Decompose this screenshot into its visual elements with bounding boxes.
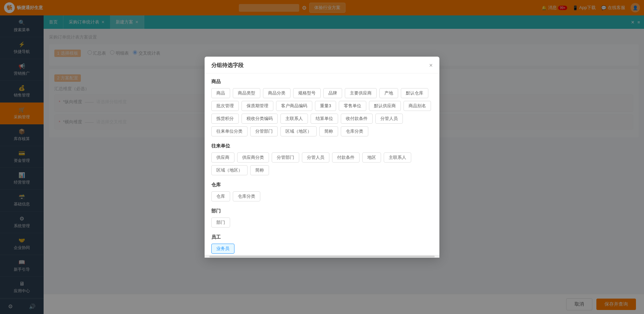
field-section-title-2: 仓库 [211, 182, 433, 188]
field-tags-3: 部门 [211, 217, 433, 228]
field-tags-2: 仓库仓库分类 [211, 191, 433, 201]
field-tag-0-2[interactable]: 商品分类 [263, 88, 290, 98]
field-section-2: 仓库仓库仓库分类 [211, 182, 433, 201]
field-tag-0-14[interactable]: 商品别名 [404, 101, 431, 111]
field-tags-1: 供应商供应商分类分管部门分管人员付款条件地区主联系人区域（地区）简称 [211, 152, 433, 175]
field-tag-0-5[interactable]: 主要供应商 [345, 88, 377, 98]
field-section-1: 往来单位供应商供应商分类分管部门分管人员付款条件地区主联系人区域（地区）简称 [211, 143, 433, 175]
field-section-title-1: 往来单位 [211, 143, 433, 149]
field-tag-0-0[interactable]: 商品 [211, 88, 230, 98]
field-tags-4: 业务员 [211, 244, 433, 254]
field-tag-0-16[interactable]: 税收分类编码 [241, 114, 278, 124]
field-tag-0-19[interactable]: 收付款条件 [341, 114, 373, 124]
field-tag-2-0[interactable]: 仓库 [211, 191, 230, 201]
field-tag-1-2[interactable]: 分管部门 [272, 152, 299, 163]
field-tag-0-21[interactable]: 往来单位分类 [211, 126, 248, 136]
field-tag-0-8[interactable]: 批次管理 [211, 101, 239, 111]
field-tag-0-22[interactable]: 分管部门 [250, 126, 278, 136]
field-tag-4-0[interactable]: 业务员 [211, 244, 234, 254]
field-tag-0-12[interactable]: 零售单位 [339, 101, 366, 111]
field-tag-0-6[interactable]: 产地 [379, 88, 398, 98]
field-tag-0-1[interactable]: 商品类型 [233, 88, 260, 98]
modal-body: 商品商品商品类型商品分类规格型号品牌主要供应商产地默认仓库批次管理保质期管理客户… [205, 73, 439, 255]
field-tag-1-7[interactable]: 区域（地区） [211, 165, 248, 175]
field-tag-1-4[interactable]: 付款条件 [332, 152, 360, 163]
field-tag-0-9[interactable]: 保质期管理 [241, 101, 273, 111]
modal-scrollbar [205, 255, 439, 258]
field-tag-0-25[interactable]: 仓库分类 [341, 126, 368, 136]
field-tag-1-1[interactable]: 供应商分类 [237, 152, 269, 163]
field-section-4: 员工业务员 [211, 234, 433, 254]
field-tag-3-0[interactable]: 部门 [211, 217, 230, 228]
field-section-title-4: 员工 [211, 234, 433, 240]
field-section-title-0: 商品 [211, 79, 433, 85]
field-tag-0-17[interactable]: 主联系人 [280, 114, 308, 124]
field-tag-0-23[interactable]: 区域（地区） [280, 126, 317, 136]
field-tag-0-10[interactable]: 客户商品编码 [276, 101, 312, 111]
field-tag-0-15[interactable]: 拣货积分 [211, 114, 239, 124]
modal-close-btn[interactable]: × [429, 62, 433, 68]
field-tag-1-0[interactable]: 供应商 [211, 152, 234, 163]
field-tag-0-3[interactable]: 规格型号 [293, 88, 321, 98]
field-section-0: 商品商品商品类型商品分类规格型号品牌主要供应商产地默认仓库批次管理保质期管理客户… [211, 79, 433, 136]
field-tag-1-6[interactable]: 主联系人 [384, 152, 411, 163]
field-tag-0-18[interactable]: 结算单位 [311, 114, 338, 124]
modal: 分组待选字段 × 商品商品商品类型商品分类规格型号品牌主要供应商产地默认仓库批次… [205, 57, 439, 258]
field-section-title-3: 部门 [211, 208, 433, 214]
field-tag-0-4[interactable]: 品牌 [323, 88, 342, 98]
field-tag-0-20[interactable]: 分管人员 [375, 114, 403, 124]
field-tag-2-1[interactable]: 仓库分类 [233, 191, 260, 201]
field-tag-0-13[interactable]: 默认供应商 [369, 101, 401, 111]
field-tags-0: 商品商品类型商品分类规格型号品牌主要供应商产地默认仓库批次管理保质期管理客户商品… [211, 88, 433, 136]
field-section-3: 部门部门 [211, 208, 433, 228]
field-tag-0-11[interactable]: 重量3 [315, 101, 336, 111]
modal-overlay: 分组待选字段 × 商品商品商品类型商品分类规格型号品牌主要供应商产地默认仓库批次… [0, 0, 644, 314]
field-tag-1-8[interactable]: 简称 [250, 165, 269, 175]
field-tag-1-3[interactable]: 分管人员 [302, 152, 329, 163]
modal-header: 分组待选字段 × [205, 57, 439, 73]
field-tag-1-5[interactable]: 地区 [362, 152, 381, 163]
field-tag-0-24[interactable]: 简称 [319, 126, 338, 136]
field-tag-0-7[interactable]: 默认仓库 [401, 88, 428, 98]
modal-title: 分组待选字段 [211, 62, 244, 69]
